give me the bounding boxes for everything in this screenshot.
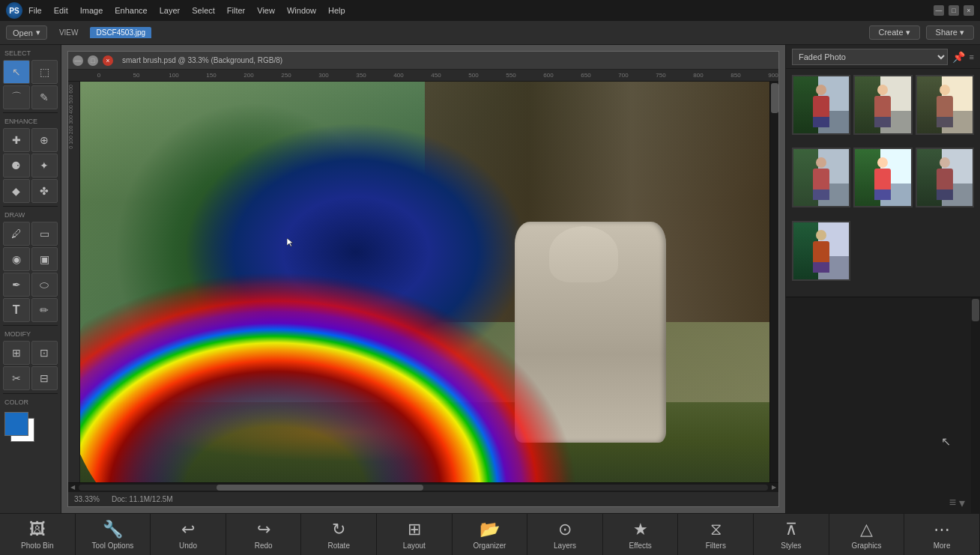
canvas-body: 0 100 200 300 400 500 600 [68,82,778,482]
select-tools-row2: ⌒ ✎ [3,85,58,109]
content-aware-button[interactable]: ⊟ [31,366,58,390]
effect-thumbnail-7[interactable] [792,221,850,281]
canvas-minimize[interactable]: — [73,55,83,66]
effects-expand-icon[interactable]: ≡ [970,52,974,61]
close-button[interactable]: × [964,5,974,16]
effects-pin-icon[interactable]: 📌 [952,51,965,63]
enhance-tools-row2: ⚈ ✦ [3,154,58,178]
menu-view[interactable]: View [257,6,275,15]
more-button[interactable]: ⋯ More [904,514,980,556]
minimize-button[interactable]: — [934,5,944,16]
effects-grid [786,69,980,297]
eraser-button[interactable]: ▭ [31,222,58,246]
menu-edit[interactable]: Edit [54,6,68,15]
menu-layer[interactable]: Layer [160,6,181,15]
redo-button[interactable]: ↪ Redo [226,514,302,556]
layers-button[interactable]: ⊙ Layers [527,514,603,556]
smudge-button[interactable]: ✤ [31,179,58,203]
blur-dodge-button[interactable]: ⊕ [31,128,58,152]
create-button[interactable]: Create ▾ [869,25,920,40]
graphics-button[interactable]: △ Graphics [829,514,905,556]
share-button[interactable]: Share ▾ [926,25,974,40]
move-tool-button[interactable]: ↖ [3,60,30,84]
rotate-button[interactable]: ↻ Rotate [301,514,377,556]
organizer-button[interactable]: 📂 Organizer [453,514,528,556]
shape-button[interactable]: ⬭ [31,273,58,297]
maximize-button[interactable]: □ [949,5,959,16]
layout-button[interactable]: ⊞ Layout [377,514,453,556]
panel-scrollbar-thumb[interactable] [972,299,979,321]
scrollbar-thumb-h[interactable] [217,485,423,491]
recompose-button[interactable]: ⊡ [31,341,58,365]
panel-expand-icon[interactable]: ▾ [959,496,965,510]
effect-thumbnail-5[interactable] [853,148,912,207]
text-button[interactable]: T [3,298,30,322]
effects-dropdown[interactable]: Faded Photo [792,49,948,65]
menu-enhance[interactable]: Enhance [115,6,147,15]
paint-bucket-button[interactable]: ◉ [3,247,30,271]
pencil-button[interactable]: ✒ [3,273,30,297]
left-toolbar: SELECT ↖ ⬚ ⌒ ✎ ENHANCE ✚ ⊕ ⚈ ✦ ◆ ✤ DRAW … [0,45,61,513]
layout-label: Layout [403,542,426,550]
ruler-tick: 700 [605,72,642,79]
magic-wand-button[interactable]: ⌒ [3,85,30,109]
menu-help[interactable]: Help [328,6,345,15]
draw-section-label: DRAW [3,210,58,220]
gradient-button[interactable]: ▣ [31,247,58,271]
menu-window[interactable]: Window [287,6,316,15]
select-section-label: SELECT [3,48,58,58]
tool-options-button[interactable]: 🔧 Tool Options [76,514,151,556]
effect-thumbnail-4[interactable] [792,148,850,207]
lasso-tool-button[interactable]: ⬚ [31,60,58,84]
thumbnail-tab[interactable]: DSCF4503.jpg [90,27,151,38]
photo-bin-button[interactable]: 🖼 Photo Bin [0,514,76,556]
styles-icon: ⊼ [785,520,797,539]
menu-filter[interactable]: Filter [227,6,245,15]
scroll-right-arrow[interactable]: ▶ [769,484,778,491]
view-label: VIEW [59,28,79,37]
scroll-left-arrow[interactable]: ◀ [68,484,77,491]
panel-scrollbar[interactable] [971,297,980,513]
redo-label: Redo [255,542,273,550]
filters-button[interactable]: ⧖ Filters [678,514,754,556]
scrollbar-track[interactable] [79,485,768,491]
clone-button[interactable]: ⚈ [3,154,30,178]
right-panel: Faded Photo 📌 ≡ [785,45,980,513]
effect-thumbnail-1[interactable] [792,75,850,135]
brush-button[interactable]: 🖊 [3,222,30,246]
foreground-color-swatch[interactable] [4,412,28,436]
more-icon: ⋯ [934,520,950,539]
panel-empty-area: ≡ ▾ ↖ [786,297,980,513]
panel-settings-icon[interactable]: ≡ [949,496,956,510]
menu-select[interactable]: Select [192,6,215,15]
effect-thumbnail-2[interactable] [853,75,912,135]
effects-button[interactable]: ★ Effects [603,514,679,556]
blur-button[interactable]: ◆ [3,179,30,203]
ruler-tick: 100 [155,72,193,79]
photo-bin-label: Photo Bin [21,542,53,550]
scrollbar-thumb[interactable] [771,83,778,113]
canvas-maximize[interactable]: □ [88,55,98,66]
filters-icon: ⧖ [710,520,722,539]
menu-file[interactable]: File [28,6,42,15]
top-right-actions: Create ▾ Share ▾ [869,25,975,40]
horizontal-scrollbar[interactable]: ◀ ▶ [68,482,778,491]
heal-button[interactable]: ✦ [31,154,58,178]
undo-button[interactable]: ↩ Undo [151,514,226,556]
open-button[interactable]: Open ▾ [6,25,47,40]
canvas-doc-info: Doc: 11.1M/12.5M [112,495,173,503]
canvas-viewport[interactable]: 52.59% Move Auto Select Show Bou Sho [80,82,769,482]
text-mask-button[interactable]: ✏ [31,298,58,322]
styles-button[interactable]: ⊼ Styles [754,514,829,556]
effect-thumbnail-3[interactable] [916,75,974,135]
layout-icon: ⊞ [408,520,421,539]
red-eye-button[interactable]: ✚ [3,128,30,152]
canvas-close[interactable]: × [103,55,113,66]
straighten-button[interactable]: ✂ [3,366,30,390]
effect-thumbnail-6[interactable] [916,148,974,207]
vertical-scrollbar[interactable] [769,82,778,482]
quick-selection-button[interactable]: ✎ [31,85,58,109]
canvas-area: — □ × smart brush.psd @ 33.3% (Backgroun… [61,45,785,513]
crop-button[interactable]: ⊞ [3,341,30,365]
menu-image[interactable]: Image [80,6,103,15]
